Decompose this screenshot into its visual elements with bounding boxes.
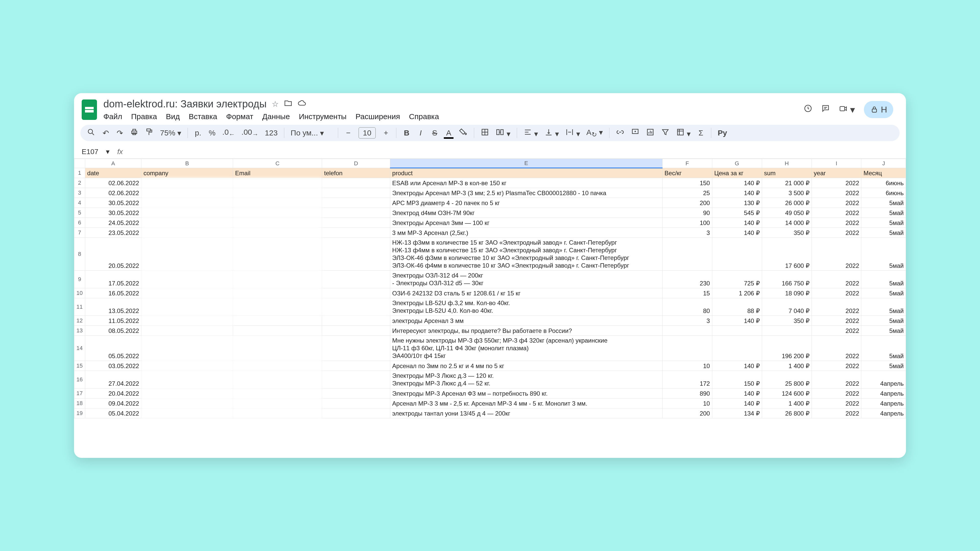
cell[interactable]: 05.04.2022 [85, 408, 142, 418]
cell[interactable] [662, 326, 712, 336]
cell[interactable]: ESAB или Арсенал МР-3 в кол-ве 150 кг [390, 178, 662, 188]
cell[interactable]: 6июнь [861, 188, 906, 198]
cell[interactable]: 2022 [811, 218, 861, 228]
cell[interactable]: XXXXXXXX [142, 389, 233, 399]
cell[interactable]: 2022 [811, 316, 861, 326]
cell[interactable]: 26 800 ₽ [762, 408, 811, 418]
cell[interactable]: 545 ₽ [712, 208, 762, 218]
zoom-select[interactable]: 75% ▾ [160, 129, 181, 138]
cell[interactable]: XXXXXXXX [142, 408, 233, 418]
row-header[interactable]: 2 [74, 178, 85, 188]
header-cell[interactable]: Email [233, 168, 322, 178]
cell[interactable]: 350 ₽ [762, 316, 811, 326]
merge-button[interactable]: ▾ [496, 128, 510, 138]
cell[interactable]: 5май [861, 271, 906, 288]
cell[interactable]: 2022 [811, 188, 861, 198]
cell[interactable]: 140 ₽ [712, 218, 762, 228]
cell[interactable]: Электроды ОЗЛ-312 d4 — 200кг- Электроды … [390, 271, 662, 288]
comments-icon[interactable] [821, 104, 830, 115]
cell[interactable]: 2022 [811, 326, 861, 336]
menu-tools[interactable]: Инструменты [299, 112, 347, 121]
cell[interactable]: 4апрель [861, 371, 906, 389]
cell[interactable]: 24.05.2022 [85, 218, 142, 228]
cell[interactable]: XXXXXXXXXXXX [233, 218, 322, 228]
row-header[interactable]: 18 [74, 399, 85, 408]
cell[interactable]: 18 090 ₽ [762, 288, 811, 298]
cell[interactable]: 5май [861, 298, 906, 316]
cell[interactable]: XXXXXXXX [142, 288, 233, 298]
cell[interactable]: АРС МР3 диаметр 4 - 20 пачек по 5 кг [390, 198, 662, 208]
menu-format[interactable]: Формат [226, 112, 253, 121]
cell[interactable]: 5май [861, 288, 906, 298]
cell[interactable]: XXXXXXXX [142, 238, 233, 271]
cell[interactable]: 2022 [811, 288, 861, 298]
cell[interactable]: XXXXXXXXXXXX [233, 336, 322, 361]
share-button[interactable]: Н [864, 101, 893, 118]
paint-format-icon[interactable] [145, 128, 154, 138]
cell[interactable] [322, 208, 390, 218]
cell[interactable]: 5май [861, 336, 906, 361]
cell[interactable]: 2022 [811, 238, 861, 271]
cell[interactable]: 90 [662, 208, 712, 218]
menu-data[interactable]: Данные [262, 112, 290, 121]
cell[interactable]: 140 ₽ [712, 188, 762, 198]
cell[interactable]: XXXXXXXXXXXX [233, 178, 322, 188]
cell[interactable]: 2022 [811, 408, 861, 418]
cell[interactable]: XXXXXXXXXXXX [233, 298, 322, 316]
cell[interactable]: 2022 [811, 198, 861, 208]
row-header[interactable]: 16 [74, 371, 85, 389]
row-header[interactable]: 12 [74, 316, 85, 326]
header-cell[interactable]: Цена за кг [712, 168, 762, 178]
cell[interactable]: Арсенал МР-3 3 мм - 2,5 кг. Арсенал МР-3… [390, 399, 662, 408]
cell[interactable] [233, 326, 322, 336]
format-123-button[interactable]: 123 [265, 129, 278, 137]
header-cell[interactable]: Вес/кг [662, 168, 712, 178]
menu-help[interactable]: Справка [409, 112, 439, 121]
link-button[interactable] [616, 128, 625, 138]
cell[interactable]: 2022 [811, 371, 861, 389]
menu-file[interactable]: Файл [103, 112, 122, 121]
cell[interactable]: 140 ₽ [712, 228, 762, 238]
cell[interactable] [762, 326, 811, 336]
cell[interactable]: XXXXXXXX [142, 298, 233, 316]
cell[interactable]: 88 ₽ [712, 298, 762, 316]
borders-button[interactable] [480, 128, 489, 138]
sheets-logo-icon[interactable] [82, 100, 97, 120]
cell[interactable] [322, 178, 390, 188]
header-cell[interactable]: date [85, 168, 142, 178]
cell[interactable] [322, 188, 390, 198]
cell[interactable]: 4апрель [861, 389, 906, 399]
cell[interactable]: 4апрель [861, 399, 906, 408]
row-header[interactable]: 5 [74, 208, 85, 218]
cell[interactable]: 725 ₽ [712, 271, 762, 288]
cell[interactable]: XXXXXXXXXXXX [233, 238, 322, 271]
cell[interactable]: 23.05.2022 [85, 228, 142, 238]
cell[interactable]: 3 мм МР-3 Арсенал (2,5кг.) [390, 228, 662, 238]
row-header[interactable]: 6 [74, 218, 85, 228]
cell[interactable] [322, 198, 390, 208]
cell[interactable]: 20.04.2022 [85, 389, 142, 399]
cell[interactable]: 134 ₽ [712, 408, 762, 418]
cell[interactable]: 3 500 ₽ [762, 188, 811, 198]
cell[interactable] [712, 336, 762, 361]
cell[interactable] [322, 336, 390, 361]
cell[interactable]: 25 [662, 188, 712, 198]
cell[interactable]: 6июнь [861, 178, 906, 188]
sheet-grid[interactable]: ABCDEFGHIJ1datecompanyEmailtelefonproduc… [74, 159, 906, 458]
cell[interactable]: XXXXXXXX [142, 218, 233, 228]
search-icon[interactable] [87, 128, 95, 138]
italic-button[interactable]: I [417, 129, 425, 137]
cell[interactable]: XXXXXXXX [142, 336, 233, 361]
cell[interactable]: Электроды МР-3 Арсенал Ф3 мм – потребнос… [390, 389, 662, 399]
cell[interactable]: 140 ₽ [712, 389, 762, 399]
header-cell[interactable]: sum [762, 168, 811, 178]
cell[interactable]: Арсенал по 3мм по 2.5 кг и 4 мм по 5 кг [390, 361, 662, 371]
cell[interactable]: 5май [861, 316, 906, 326]
font-minus-button[interactable]: − [345, 129, 352, 137]
cell[interactable] [322, 316, 390, 326]
row-header[interactable]: 8 [74, 238, 85, 271]
cell[interactable]: 100 [662, 218, 712, 228]
decrease-decimal-button[interactable]: .0← [222, 128, 235, 138]
extensions-indicator[interactable]: Ру [718, 129, 727, 137]
cell[interactable] [712, 326, 762, 336]
